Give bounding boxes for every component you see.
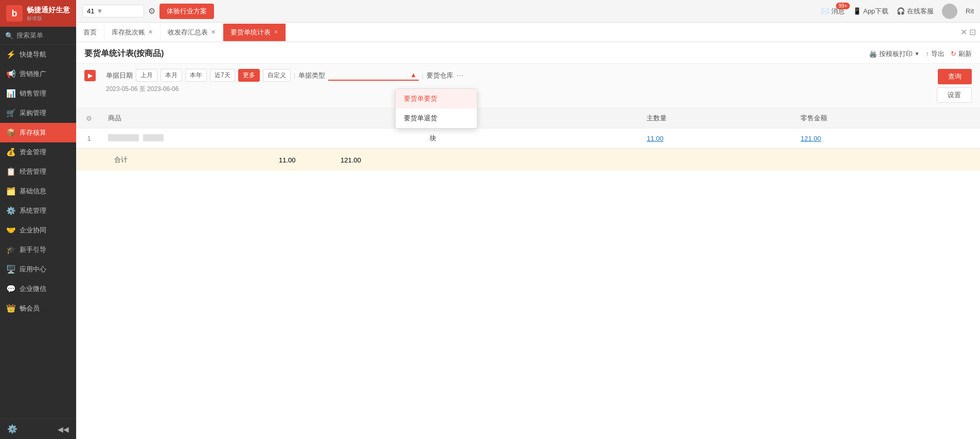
query-button[interactable]: 查询 (938, 69, 972, 84)
filter-area: ▶ 单据日期 上月 本月 本年 近7天 更多 自定义 | 单据类型 ▲ (76, 64, 980, 108)
filter-expand-button[interactable]: ▶ (84, 70, 96, 81)
data-table: ⚙ 商品 主计量单位 主数量 零售金额 1 块 11.00 121.00 (76, 108, 980, 149)
type-filter-wrapper: ▲ (328, 70, 419, 81)
top-bar-right: ✉️ 消息 99+ 📱 App下载 🎧 在线客服 Rit (821, 4, 974, 19)
sidebar-item-system[interactable]: ⚙️ 系统管理 (0, 201, 76, 221)
sidebar-item-marketing[interactable]: 📢 营销推广 (0, 64, 76, 84)
guide-icon: 🎓 (6, 245, 15, 254)
tab-maximize-icon[interactable]: ⊡ (969, 27, 976, 37)
footer-amount: 121.00 (334, 156, 396, 164)
refresh-icon: ↻ (951, 50, 956, 58)
tab-requisition-stats[interactable]: 要货单统计表 ✕ (223, 24, 286, 41)
system-icon: ⚙️ (6, 206, 15, 215)
content-area: 要货单统计表(按商品) 🖨️ 按模板打印 ▼ ↑ 导出 ↻ 刷新 ▶ (76, 42, 980, 439)
sidebar-item-sales[interactable]: 📊 销售管理 (0, 84, 76, 103)
table-column-amount: 零售金额 (794, 108, 980, 129)
user-avatar[interactable] (942, 4, 957, 19)
topbar-settings-icon[interactable]: ⚙ (148, 6, 155, 16)
date-more-btn[interactable]: 更多 (238, 69, 260, 82)
sidebar-item-enterprise[interactable]: 🤝 企业协同 (0, 221, 76, 240)
page-header: 要货单统计表(按商品) 🖨️ 按模板打印 ▼ ↑ 导出 ↻ 刷新 (76, 42, 980, 64)
tab-collect-summary[interactable]: 收发存汇总表 ✕ (161, 24, 223, 41)
sidebar-item-search[interactable]: 🔍 搜索菜单 (0, 27, 76, 45)
dropdown-item-requisition-return[interactable]: 要货单退货 (396, 108, 477, 128)
tab-bar: 首页 库存批次账 ✕ 收发存汇总表 ✕ 要货单统计表 ✕ ✕ ⊡ (76, 23, 980, 42)
purchase-icon: 🛒 (6, 108, 15, 118)
print-dropdown-icon: ▼ (915, 51, 920, 57)
row-product (102, 129, 423, 149)
tab-bar-actions: ✕ ⊡ (960, 27, 980, 37)
row-quantity: 11.00 (640, 129, 794, 149)
sidebar-item-app-center[interactable]: 🖥️ 应用中心 (0, 260, 76, 279)
sidebar-item-inventory[interactable]: 📦 库存核算 (0, 123, 76, 142)
filter-settings-button[interactable]: 设置 (937, 87, 972, 103)
filter-actions: 查询 设置 (937, 69, 972, 103)
chevron-down-icon: ▼ (96, 7, 103, 15)
date-filter-row: 单据日期 上月 本月 本年 近7天 更多 自定义 | 单据类型 ▲ | 要货仓库 (106, 69, 464, 82)
dropdown-item-requisition-goods[interactable]: 要货单要货 (396, 89, 477, 108)
tab-inventory-batch[interactable]: 库存批次账 ✕ (104, 24, 161, 41)
sidebar-title: 畅捷通好生意 标准版 (27, 5, 70, 21)
sidebar-item-purchase[interactable]: 🛒 采购管理 (0, 103, 76, 123)
app-logo: b (6, 5, 23, 22)
date-this-year-btn[interactable]: 本年 (185, 69, 207, 82)
warehouse-more-btn[interactable]: ··· (456, 71, 463, 80)
table-column-product: 商品 (102, 108, 423, 129)
type-dropdown-open-icon[interactable]: ▲ (410, 71, 417, 79)
table-container: ⚙ 商品 主计量单位 主数量 零售金额 1 块 11.00 121.00 (76, 108, 980, 149)
sales-icon: 📊 (6, 89, 15, 98)
date-this-month-btn[interactable]: 本月 (161, 69, 182, 82)
message-button[interactable]: ✉️ 消息 99+ (821, 7, 845, 16)
print-button[interactable]: 🖨️ 按模板打印 ▼ (869, 49, 920, 59)
sidebar-item-wechat[interactable]: 💬 企业微信 (0, 279, 76, 299)
date-last-7days-btn[interactable]: 近7天 (210, 69, 235, 82)
sidebar-item-basic[interactable]: 🗂️ 基础信息 (0, 181, 76, 201)
sidebar-collapse-button[interactable]: ◀◀ (58, 425, 69, 433)
tab-close-requisition-stats[interactable]: ✕ (274, 29, 278, 35)
finance-icon: 💰 (6, 148, 15, 157)
table-column-quantity: 主数量 (640, 108, 794, 129)
online-service-button[interactable]: 🎧 在线客服 (897, 7, 934, 16)
sidebar-item-guide[interactable]: 🎓 新手引导 (0, 240, 76, 260)
type-filter-input[interactable] (328, 70, 419, 80)
export-icon: ↑ (926, 50, 930, 58)
tab-home[interactable]: 首页 (76, 24, 104, 41)
quick-nav-icon: ⚡ (6, 50, 15, 59)
footer-label: 合计 (108, 155, 211, 164)
breadcrumb-selector[interactable]: 41 ▼ (82, 5, 144, 17)
sidebar-item-member[interactable]: 👑 畅会员 (0, 299, 76, 318)
sidebar-footer: ⚙️ ◀◀ (0, 418, 76, 439)
main-area: 41 ▼ ⚙ 体验行业方案 ✉️ 消息 99+ 📱 App下载 🎧 在线客服 R… (76, 0, 980, 439)
page-actions: 🖨️ 按模板打印 ▼ ↑ 导出 ↻ 刷新 (869, 49, 972, 59)
marketing-icon: 📢 (6, 69, 15, 79)
enterprise-icon: 🤝 (6, 226, 15, 235)
tab-close-collect-summary[interactable]: ✕ (211, 29, 216, 35)
export-button[interactable]: ↑ 导出 (926, 49, 945, 59)
sidebar-item-finance[interactable]: 💰 资金管理 (0, 142, 76, 162)
row-unit: 块 (423, 129, 640, 149)
date-last-month-btn[interactable]: 上月 (136, 69, 157, 82)
app-download-button[interactable]: 📱 App下载 (853, 7, 888, 16)
top-bar: 41 ▼ ⚙ 体验行业方案 ✉️ 消息 99+ 📱 App下载 🎧 在线客服 R… (76, 0, 980, 23)
sidebar-item-quick-nav[interactable]: ⚡ 快捷导航 (0, 45, 76, 64)
user-name: Rit (966, 7, 974, 15)
top-bar-left: 41 ▼ ⚙ 体验行业方案 (82, 4, 816, 19)
row-amount: 121.00 (794, 129, 980, 149)
tab-close-inventory-batch[interactable]: ✕ (148, 29, 153, 35)
app-download-icon: 📱 (853, 7, 861, 15)
tab-close-all-icon[interactable]: ✕ (960, 27, 967, 37)
service-icon: 🎧 (897, 7, 905, 15)
sidebar-settings-icon[interactable]: ⚙️ (7, 424, 17, 434)
row-index: 1 (76, 129, 102, 149)
app-center-icon: 🖥️ (6, 265, 15, 274)
print-icon: 🖨️ (869, 50, 877, 58)
trial-button[interactable]: 体验行业方案 (159, 4, 214, 19)
operations-icon: 📋 (6, 167, 15, 176)
table-column-settings[interactable]: ⚙ (76, 108, 102, 129)
sidebar-item-operations[interactable]: 📋 经营管理 (0, 162, 76, 181)
type-dropdown: 要货单要货 要货单退货 (395, 88, 477, 129)
date-custom-btn[interactable]: 自定义 (263, 69, 291, 82)
refresh-button[interactable]: ↻ 刷新 (951, 49, 972, 59)
basic-icon: 🗂️ (6, 187, 15, 196)
message-icon: ✉️ (821, 7, 829, 15)
